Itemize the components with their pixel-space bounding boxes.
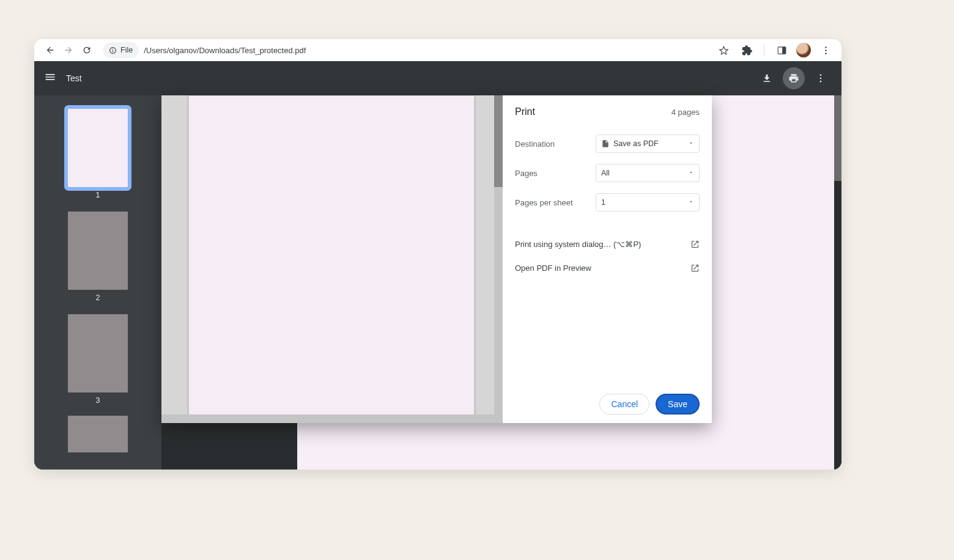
preview-scrollbar-thumb[interactable]	[494, 95, 503, 187]
browser-window: File /Users/olganov/Downloads/Test_prote…	[34, 39, 841, 470]
svg-point-4	[825, 53, 827, 54]
thumbnail-item[interactable]	[68, 416, 128, 452]
save-button-label: Save	[668, 399, 687, 409]
print-settings-panel: Print 4 pages Destination Save as PDF Pa…	[503, 95, 712, 423]
reload-button[interactable]	[78, 42, 95, 59]
svg-point-5	[820, 74, 822, 76]
thumbnail-item[interactable]: 2	[68, 212, 128, 308]
pdf-viewer-body: 1 2 3	[34, 95, 841, 470]
print-preview-page	[188, 95, 475, 423]
browser-toolbar: File /Users/olganov/Downloads/Test_prote…	[34, 39, 841, 61]
file-protocol-pill: File	[103, 42, 139, 58]
open-in-preview-text: Open PDF in Preview	[515, 263, 591, 273]
side-panel-icon	[777, 45, 787, 56]
thumbnail-item[interactable]: 1	[68, 109, 128, 205]
print-dialog: Print 4 pages Destination Save as PDF Pa…	[161, 95, 712, 423]
print-icon	[788, 73, 799, 84]
thumbnail-item[interactable]: 3	[68, 314, 128, 411]
chevron-down-icon	[688, 139, 694, 148]
pages-per-sheet-label: Pages per sheet	[515, 198, 573, 207]
thumbnail-sidebar[interactable]: 1 2 3	[34, 95, 161, 470]
download-icon	[761, 73, 772, 84]
viewer-menu-button[interactable]	[810, 67, 832, 89]
address-bar[interactable]: File /Users/olganov/Downloads/Test_prote…	[103, 42, 708, 58]
destination-label: Destination	[515, 139, 555, 149]
preview-scrollbar-horizontal[interactable]	[161, 414, 494, 423]
reload-icon	[82, 45, 92, 55]
side-panel-button[interactable]	[773, 42, 790, 59]
browser-menu-button[interactable]	[817, 42, 834, 59]
preview-scrollbar-vertical[interactable]	[494, 95, 503, 423]
thumbnail-number: 1	[96, 191, 100, 199]
cancel-button[interactable]: Cancel	[599, 394, 649, 414]
svg-point-6	[820, 78, 822, 79]
forward-button[interactable]	[60, 42, 77, 59]
svg-rect-1	[782, 46, 786, 53]
star-icon	[719, 45, 729, 56]
page-thumbnail-2[interactable]	[68, 212, 128, 290]
viewer-scrollbar[interactable]	[834, 95, 841, 470]
back-button[interactable]	[42, 42, 59, 59]
nav-buttons	[42, 42, 95, 59]
extensions-button[interactable]	[738, 42, 755, 59]
open-in-preview-link[interactable]: Open PDF in Preview	[515, 260, 700, 276]
sidebar-toggle-button[interactable]	[44, 71, 56, 86]
thumbnail-number: 3	[96, 396, 100, 405]
page-thumbnail-3[interactable]	[68, 314, 128, 392]
pages-select[interactable]: All	[596, 164, 700, 182]
system-dialog-text: Print using system dialog… (⌥⌘P)	[515, 240, 641, 249]
info-icon	[109, 46, 117, 54]
puzzle-icon	[742, 45, 752, 56]
cancel-button-label: Cancel	[611, 399, 638, 409]
print-preview-pane	[161, 95, 503, 423]
viewer-scrollbar-thumb[interactable]	[834, 95, 841, 181]
profile-avatar[interactable]	[796, 43, 811, 57]
arrow-right-icon	[64, 45, 73, 55]
chevron-down-icon	[688, 169, 694, 177]
page-thumbnail-4[interactable]	[68, 416, 128, 452]
open-external-icon	[690, 240, 700, 249]
menu-icon	[44, 71, 56, 83]
download-button[interactable]	[756, 67, 778, 89]
address-path: /Users/olganov/Downloads/Test_protected.…	[139, 46, 306, 55]
page-thumbnail-1[interactable]	[68, 109, 128, 187]
svg-point-2	[825, 46, 827, 48]
pdf-toolbar: Test	[34, 61, 841, 95]
bookmark-button[interactable]	[715, 42, 732, 59]
system-dialog-link[interactable]: Print using system dialog… (⌥⌘P)	[515, 236, 700, 252]
kebab-icon	[815, 73, 826, 84]
browser-right-controls	[715, 42, 834, 59]
print-button[interactable]	[783, 67, 805, 89]
thumbnail-number: 2	[96, 293, 100, 302]
pages-value: All	[601, 169, 610, 177]
save-button[interactable]: Save	[656, 394, 700, 414]
svg-point-7	[820, 81, 822, 83]
destination-select[interactable]: Save as PDF	[596, 134, 700, 153]
document-title: Test	[66, 73, 82, 83]
pages-per-sheet-value: 1	[601, 198, 605, 207]
pages-label: Pages	[515, 169, 538, 178]
svg-point-3	[825, 50, 827, 51]
destination-value: Save as PDF	[613, 139, 659, 148]
open-external-icon	[690, 263, 700, 273]
file-pill-label: File	[120, 46, 133, 54]
print-dialog-title: Print	[515, 106, 535, 117]
print-page-count: 4 pages	[671, 108, 700, 117]
chevron-down-icon	[688, 198, 694, 207]
file-icon	[601, 139, 610, 149]
pages-per-sheet-select[interactable]: 1	[596, 193, 700, 212]
kebab-icon	[821, 45, 831, 56]
pdf-viewer: Test 1	[34, 61, 841, 470]
arrow-left-icon	[45, 45, 55, 55]
toolbar-divider	[764, 45, 764, 56]
